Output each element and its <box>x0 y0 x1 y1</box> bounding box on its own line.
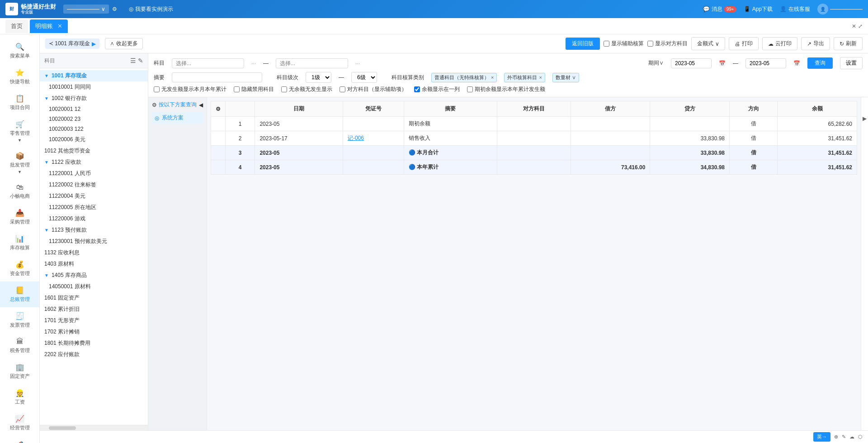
tree-item-1012[interactable]: 1012 其他货币资金 <box>40 145 148 157</box>
tree-item-1702[interactable]: 1702 累计摊销 <box>40 326 148 338</box>
tree-item-2202[interactable]: 2202 应付账款 <box>40 349 148 360</box>
col-summary[interactable]: 摘要 <box>404 101 497 117</box>
tag-quantity[interactable]: 数量材 ∨ <box>552 73 579 82</box>
checkbox-no-balance[interactable]: 无余额无发生显示 <box>281 86 332 93</box>
tree-search-input[interactable] <box>44 57 127 64</box>
system-plan-item[interactable]: ◎ 系统方案 <box>152 112 203 124</box>
tree-item-1403[interactable]: 1403 原材料 <box>40 258 148 270</box>
nav-ecommerce[interactable]: 🛍 小畅电商 <box>0 179 39 204</box>
tree-item-10020006[interactable]: 10020006 美元 <box>40 134 148 145</box>
settings-icon[interactable]: ⚙ <box>152 102 157 108</box>
tree-item-1002[interactable]: ▼ 1002 银行存款 <box>40 93 148 104</box>
tree-item-1001[interactable]: ▼ 1001 库存现金 <box>40 70 148 81</box>
voucher-link[interactable]: 记-006 <box>348 135 364 141</box>
return-old-version-button[interactable]: 返回旧版 <box>566 38 600 50</box>
checkbox-no-amount[interactable]: 无发生额显示本月本年累计 <box>154 86 226 93</box>
filter-period-start[interactable] <box>671 58 712 68</box>
nav-salary[interactable]: 👷 工资 <box>0 384 39 410</box>
tree-item-1701[interactable]: 1701 无形资产 <box>40 315 148 326</box>
tree-item-11220006[interactable]: 11220006 游戏 <box>40 213 148 224</box>
calendar-icon[interactable]: 📅 <box>719 60 726 67</box>
nav-retail[interactable]: 🛒 零售管理 ▼ <box>0 115 39 147</box>
show-contra-checkbox[interactable]: 显示对方科目 <box>647 40 688 48</box>
tag-close-icon[interactable]: × <box>491 75 494 80</box>
bottom-icon-1[interactable]: ⊕ <box>834 434 838 440</box>
translate-btn[interactable]: 英→ <box>813 432 830 442</box>
tree-item-1601[interactable]: 1601 固定资产 <box>40 292 148 304</box>
nav-inventory[interactable]: 📊 库存核算 <box>0 230 39 256</box>
nav-fund[interactable]: 💰 资金管理 <box>0 256 39 281</box>
nav-purchase[interactable]: 📥 采购管理 <box>0 204 39 230</box>
tree-item-1122[interactable]: ▼ 1122 应收款 <box>40 157 148 168</box>
tab-home[interactable]: 首页 <box>5 19 28 33</box>
col-credit[interactable]: 贷方 <box>650 101 730 117</box>
scroll-thumb[interactable] <box>49 426 76 430</box>
nav-expense[interactable]: 📣 小畅报销 <box>0 436 39 443</box>
collapse-more-button[interactable]: ∧ 收起更多 <box>105 38 142 49</box>
tab-close-icon[interactable]: ✕ <box>57 23 62 29</box>
checkbox-opening-balance[interactable]: 期初余额显示本年累计发生额 <box>467 86 545 93</box>
user-profile[interactable]: 👤 —————— <box>817 4 863 14</box>
online-service-link[interactable]: 👤 在线客服 <box>780 5 810 13</box>
tree-item-11220001[interactable]: 11220001 人民币 <box>40 168 148 179</box>
breadcrumb-account[interactable]: ≺ 1001 库存现金 ▶ <box>45 38 99 49</box>
bottom-icon-3[interactable]: ☁ <box>849 434 854 440</box>
export-button[interactable]: ↗ 导出 <box>801 37 830 50</box>
nav-management[interactable]: 📈 经营管理 <box>0 410 39 436</box>
tree-item-11230001[interactable]: 11230001 预付账款美元 <box>40 236 148 247</box>
filter-summary-input[interactable] <box>172 72 262 82</box>
filter-settings-button[interactable]: 设置 <box>840 57 863 69</box>
tag-normal[interactable]: 普通科目（无特殊核算） × <box>431 73 497 82</box>
checkbox-balance-one-col[interactable]: 余额显示在一列 <box>414 86 460 93</box>
collapse-right-icon[interactable]: ▶ <box>863 115 867 122</box>
tree-list-icon[interactable]: ☰ <box>130 57 136 64</box>
show-aux-checkbox[interactable]: 显示辅助核算 <box>604 40 644 48</box>
tree-item-1123[interactable]: ▼ 1123 预付账款 <box>40 224 148 236</box>
tree-item-11220002[interactable]: 11220002 往来标签 <box>40 179 148 191</box>
nav-quick[interactable]: ⭐ 快捷导航 <box>0 64 39 90</box>
nav-ledger[interactable]: 📒 总账管理 <box>0 281 39 307</box>
col-date[interactable]: 日期 <box>255 101 343 117</box>
bottom-icon-4[interactable]: ⬡ <box>858 434 863 440</box>
window-maximize-icon[interactable]: ⤢ <box>858 23 863 29</box>
window-close-icon[interactable]: ✕ <box>852 23 856 29</box>
bottom-icon-2[interactable]: ✎ <box>842 434 846 440</box>
filter-subject-end-input[interactable] <box>276 58 348 68</box>
col-settings[interactable]: ⚙ <box>211 101 226 117</box>
tree-item-11220005[interactable]: 11220005 所在地区 <box>40 202 148 213</box>
checkbox-hide-disabled[interactable]: 隐藏禁用科目 <box>234 86 274 93</box>
tree-item-1132[interactable]: 1132 应收利息 <box>40 247 148 258</box>
messages-link[interactable]: 💬 消息 99+ <box>703 5 736 13</box>
demo-link[interactable]: ◎ 我要看实例演示 <box>129 5 173 13</box>
company-selector[interactable]: —————— ∨ <box>63 5 109 14</box>
tree-item-10020003[interactable]: 10020003 122 <box>40 124 148 134</box>
tag-close-icon2[interactable]: × <box>539 75 542 80</box>
tree-settings-icon[interactable]: ✎ <box>138 57 143 64</box>
filter-subject-input[interactable] <box>172 58 244 68</box>
print-button[interactable]: 🖨 打印 <box>729 37 759 50</box>
col-debit[interactable]: 借方 <box>571 101 650 117</box>
tree-item-1405[interactable]: ▼ 1405 库存商品 <box>40 270 148 281</box>
tree-item-10010001[interactable]: 10010001 同同同 <box>40 81 148 93</box>
col-balance[interactable]: 余额 <box>778 101 857 117</box>
col-contra[interactable]: 对方科目 <box>497 101 571 117</box>
app-download-link[interactable]: 📱 App下载 <box>744 5 773 13</box>
filter-period-end[interactable] <box>745 58 786 68</box>
nav-invoice[interactable]: 🧾 发票管理 <box>0 307 39 333</box>
settings-icon[interactable]: ⚙ <box>109 4 120 14</box>
tab-ledger[interactable]: 明细账 ✕ <box>30 19 68 33</box>
nav-fixed-assets[interactable]: 🏢 固定资产 <box>0 358 39 384</box>
refresh-button[interactable]: ↻ 刷新 <box>834 37 863 50</box>
tag-foreign[interactable]: 外币核算科目 × <box>504 73 545 82</box>
nav-project[interactable]: 📋 项目合同 <box>0 90 39 115</box>
collapse-left-icon[interactable]: ◀ <box>199 102 203 108</box>
cloud-print-button[interactable]: ☁ 云打印 <box>762 37 797 50</box>
format-button[interactable]: 金额式 ∨ <box>691 37 725 50</box>
col-voucher[interactable]: 凭证号 <box>343 101 404 117</box>
nav-wholesale[interactable]: 📦 批发管理 ▼ <box>0 147 39 179</box>
query-button[interactable]: 查询 <box>807 57 833 69</box>
checkbox-contra-subject[interactable]: 对方科目（显示辅助项） <box>340 86 407 93</box>
tree-item-10020001[interactable]: 10020001 12 <box>40 104 148 114</box>
tree-item-1801[interactable]: 1801 长期待摊费用 <box>40 338 148 349</box>
tree-item-14050001[interactable]: 14050001 原材料 <box>40 281 148 292</box>
